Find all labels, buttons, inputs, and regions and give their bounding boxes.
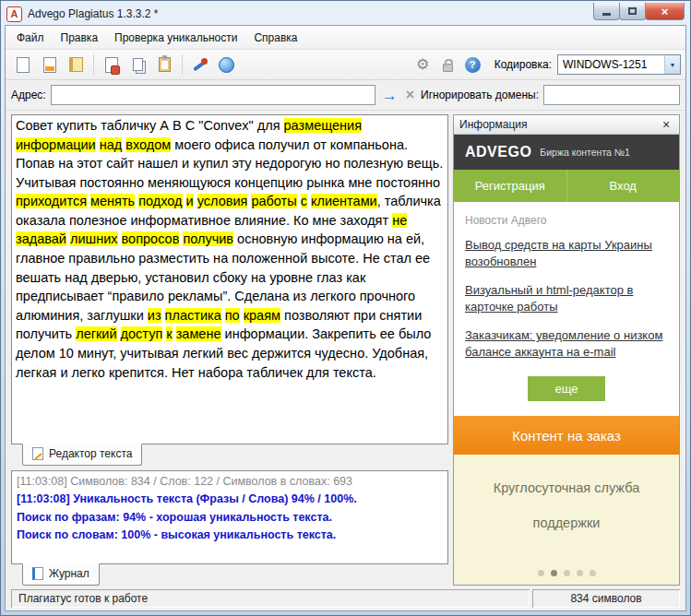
tab-text-editor[interactable]: Редактор текста [22,444,142,466]
news-link-1[interactable]: Вывод средств на карты Украины возобновл… [465,237,668,269]
edit-icon [32,447,43,460]
log-line: [11:03:08] Символов: 834 / Слов: 122 / С… [17,473,443,491]
auth-buttons: Регистрация Вход [454,170,679,202]
content-order-banner[interactable]: Контент на заказ [454,416,679,455]
advego-logo: ADVEGO [465,144,531,160]
info-panel: Информация × ADVEGO Биржа контента №1 Ре… [453,114,680,586]
close-button[interactable]: × [645,3,685,20]
main-area: Совет купить табличку А В С "Convex" для… [6,111,685,587]
minimize-button[interactable] [593,3,620,20]
advego-tagline: Биржа контента №1 [540,147,630,158]
journal-icon [32,567,43,580]
journal-tab-label: Журнал [49,567,89,580]
log-line: Поиск по фразам: 94% - хорошая уникально… [17,509,443,527]
menu-edit[interactable]: Правка [54,29,106,47]
log-lines: [11:03:08] Символов: 834 / Слов: 122 / С… [17,473,443,545]
document-new-icon[interactable] [10,53,35,77]
app-window: A Advego Plagiatus 1.3.3.2 * × Файл Прав… [0,0,691,616]
address-label: Адрес: [11,89,46,101]
encoding-value: WINDOWS-1251 [558,58,647,71]
open-html-icon[interactable] [37,53,62,77]
support-section: Круглосуточная служба поддержки [454,455,679,585]
ignore-domains-label: Игнорировать домены: [421,89,539,101]
lock-icon[interactable] [435,53,460,77]
copy-icon[interactable] [125,53,150,77]
status-char-count: 834 символов [532,589,680,608]
carousel-dots [538,570,596,576]
editor-column: Совет купить табличку А В С "Convex" для… [11,114,448,586]
go-arrow-icon[interactable]: → [380,88,399,103]
journal-tab-row: Журнал [11,564,448,586]
carousel-dot[interactable] [551,570,557,576]
panel-close-icon[interactable]: × [659,118,673,131]
news-link-3[interactable]: Заказчикам: уведомление о низком балансе… [465,327,668,360]
info-panel-header: Информация × [454,115,679,135]
carousel-dot[interactable] [577,570,583,576]
advego-header: ADVEGO Биржа контента №1 [454,135,679,170]
address-input[interactable] [51,85,375,105]
toolbar-icons [10,53,239,77]
minimize-icon [602,13,611,16]
encoding-select[interactable]: WINDOWS-1251 ▼ [557,54,681,75]
carousel-dot[interactable] [564,570,570,576]
titlebar: A Advego Plagiatus 1.3.3.2 * × [5,1,686,25]
chevron-down-icon: ▼ [664,55,680,74]
menu-help[interactable]: Справка [246,29,304,47]
menu-file[interactable]: Файл [9,29,52,47]
address-bar: Адрес: → × Игнорировать домены: [6,80,685,111]
info-panel-title: Информация [459,118,527,131]
carousel-dot[interactable] [538,570,544,576]
toolbar-separator [182,54,183,75]
status-message: Плагиатус готов к работе [11,589,530,608]
news-link-2[interactable]: Визуальный и html-редактор в карточке ра… [465,282,668,314]
editor-text[interactable]: Совет купить табличку А В С "Convex" для… [11,114,448,444]
log-area: [11:03:08] Символов: 834 / Слов: 122 / С… [11,470,448,564]
login-button[interactable]: Вход [566,170,680,202]
carousel-dot[interactable] [590,570,596,576]
toolbar: ⚙ ? Кодировка: WINDOWS-1251 ▼ [6,50,685,80]
window-controls: × [594,3,685,20]
check-uniqueness-icon[interactable] [187,53,212,77]
news-section: Новости Адвего Вывод средств на карты Ук… [454,202,679,374]
close-icon: × [661,6,669,18]
info-panel-body: ADVEGO Биржа контента №1 Регистрация Вхо… [454,135,679,585]
gear-icon[interactable]: ⚙ [411,53,435,77]
menu-bar: Файл Правка Проверка уникальности Справк… [6,26,685,50]
editor-tab-row: Редактор текста [11,444,448,466]
log-line: [11:03:08] Уникальность текста (Фразы / … [17,491,443,508]
maximize-icon [628,7,637,15]
status-bar: Плагиатус готов к работе 834 символов [6,587,685,610]
more-button[interactable]: еще [528,376,605,401]
menu-uniqueness-check[interactable]: Проверка уникальности [107,29,244,47]
toolbar-separator [93,54,94,75]
log-line: Поиск по словам: 100% - высокая уникальн… [17,527,443,544]
maximize-button[interactable] [619,3,646,20]
window-title: Advego Plagiatus 1.3.3.2 * [28,7,589,20]
web-icon[interactable] [214,53,239,77]
ignore-domains-input[interactable] [543,85,680,105]
news-title: Новости Адвего [465,214,668,227]
report-icon[interactable] [99,53,124,77]
register-button[interactable]: Регистрация [454,170,566,202]
encoding-label: Кодировка: [494,58,552,71]
editor-tab-label: Редактор текста [49,447,132,460]
app-logo-icon: A [6,6,22,22]
notebook-icon[interactable] [64,53,89,77]
clear-address-icon[interactable]: × [404,88,416,102]
client-area: Файл Правка Проверка уникальности Справк… [5,25,686,611]
support-text: Круглосуточная служба поддержки [479,471,654,540]
tab-journal[interactable]: Журнал [22,563,100,586]
paste-icon[interactable] [152,53,177,77]
help-icon[interactable]: ? [460,53,485,77]
